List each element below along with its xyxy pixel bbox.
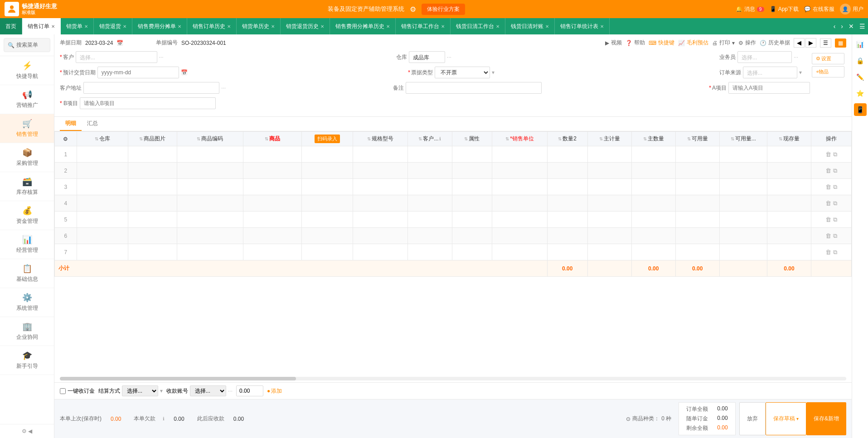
row-1-copy-icon[interactable]: ⧉ <box>833 151 837 158</box>
row-1-customer[interactable] <box>408 146 452 163</box>
row-6-product[interactable] <box>243 228 301 244</box>
delivery-input[interactable] <box>97 67 179 78</box>
row-4-main-unit[interactable] <box>587 195 631 212</box>
row-1-code[interactable] <box>177 146 243 163</box>
row-4-attr[interactable] <box>452 195 492 212</box>
draft-button[interactable]: 保存草稿 ▾ <box>766 402 806 435</box>
next-record-btn[interactable]: ▶ <box>805 38 816 48</box>
row-3-avail[interactable] <box>675 179 719 195</box>
row-7-attr[interactable] <box>452 244 492 260</box>
th-gear[interactable]: ⚙ <box>55 132 77 146</box>
close-return-history[interactable]: ✕ <box>320 24 324 29</box>
row-4-warehouse[interactable] <box>77 195 128 212</box>
sidebar-item-quicknav[interactable]: ⚡ 快捷导航 <box>0 56 54 85</box>
close-sales[interactable]: ✕ <box>84 24 88 29</box>
note-input[interactable] <box>406 82 542 94</box>
row-5-avail[interactable] <box>675 212 719 228</box>
account-dots[interactable]: ··· <box>228 388 233 394</box>
online-service-item[interactable]: 💬 在线客服 <box>804 5 834 13</box>
row-2-code[interactable] <box>177 163 243 179</box>
row-5-attr[interactable] <box>452 212 492 228</box>
payment-select[interactable]: 选择... <box>122 385 158 396</box>
calendar-icon[interactable]: 📅 <box>116 40 123 46</box>
add-button[interactable]: ● 添加 <box>267 387 282 395</box>
row-3-copy-icon[interactable]: ⧉ <box>833 183 837 191</box>
sidebar-item-marketing[interactable]: 📢 营销推广 <box>0 85 54 114</box>
row-1-qty2[interactable] <box>547 146 587 163</box>
toolbar-shortcut[interactable]: ⌨ 快捷键 <box>649 39 674 47</box>
sidebar-item-guide[interactable]: 🎓 新手引导 <box>0 346 54 375</box>
horizontal-scrollbar[interactable] <box>60 377 846 380</box>
settings-button[interactable]: ⚙ 设置 <box>812 53 844 64</box>
row-6-img[interactable] <box>128 228 177 244</box>
row-2-delete-icon[interactable]: 🗑 <box>825 167 831 174</box>
th-warehouse[interactable]: ⇅仓库 <box>77 132 128 146</box>
row-6-warehouse[interactable] <box>77 228 128 244</box>
row-5-product[interactable] <box>243 212 301 228</box>
row-3-attr[interactable] <box>452 179 492 195</box>
row-6-main-qty[interactable] <box>631 228 675 244</box>
th-unit[interactable]: ⇅*销售单位 <box>492 132 547 146</box>
nav-tab-expense-history[interactable]: 销售费用分摊单历史 ✕ <box>330 18 396 34</box>
row-2-product[interactable] <box>243 163 301 179</box>
panel-lock-icon[interactable]: 🔒 <box>854 54 867 67</box>
row-6-qty2[interactable] <box>547 228 587 244</box>
row-3-avail2[interactable] <box>719 179 767 195</box>
toolbar-video[interactable]: ▶ 视频 <box>605 39 622 47</box>
row-7-unit[interactable] <box>492 244 547 260</box>
card-view-btn[interactable]: ▦ <box>835 39 846 48</box>
nav-tab-workbench[interactable]: 销售订单工作台 ✕ <box>396 18 451 34</box>
account-select[interactable]: 选择... <box>190 385 226 396</box>
nav-tab-order-history[interactable]: 销售订单历史 ✕ <box>187 18 237 34</box>
close-stats[interactable]: ✕ <box>600 24 604 29</box>
row-5-spec[interactable] <box>353 212 408 228</box>
nav-tab-sales-order[interactable]: 销售订单 ✕ <box>22 18 61 34</box>
row-1-avail2[interactable] <box>719 146 767 163</box>
message-item[interactable]: 🔔 消息 9 <box>736 5 764 13</box>
nav-tab-return-history[interactable]: 销货退货历史 ✕ <box>281 18 330 34</box>
row-7-copy-icon[interactable]: ⧉ <box>833 249 837 256</box>
nav-menu-btn[interactable]: ☰ <box>857 18 868 34</box>
row-7-spec[interactable] <box>353 244 408 260</box>
row-5-customer[interactable] <box>408 212 452 228</box>
panel-mobile-icon[interactable]: 📱 <box>854 103 867 116</box>
row-6-customer[interactable] <box>408 228 452 244</box>
nav-tab-sales-history[interactable]: 销货单历史 ✕ <box>237 18 281 34</box>
industry-button[interactable]: 体验行业方案 <box>422 4 465 15</box>
row-5-copy-icon[interactable]: ⧉ <box>833 216 837 223</box>
row-7-warehouse[interactable] <box>77 244 128 260</box>
row-7-main-unit[interactable] <box>587 244 631 260</box>
nav-tab-return[interactable]: 销货退货 ✕ <box>94 18 132 34</box>
customer-more[interactable]: ··· <box>159 54 164 60</box>
th-attr[interactable]: ⇅属性 <box>452 132 492 146</box>
nav-tab-expense[interactable]: 销售费用分摊单 ✕ <box>132 18 187 34</box>
order-source-input[interactable]: 选择... <box>743 67 797 78</box>
sidebar-item-operation[interactable]: 📊 经营管理 <box>0 230 54 259</box>
row-3-spec[interactable] <box>353 179 408 195</box>
nav-tab-stats[interactable]: 销售订单统计表 ✕ <box>555 18 610 34</box>
row-5-img[interactable] <box>128 212 177 228</box>
row-4-avail2[interactable] <box>719 195 767 212</box>
th-img[interactable]: ⇅商品图片 <box>128 132 177 146</box>
row-4-copy-icon[interactable]: ⧉ <box>833 200 837 207</box>
sidebar-item-system[interactable]: ⚙️ 系统管理 <box>0 288 54 317</box>
search-menu-button[interactable]: 🔍 搜索菜单 <box>4 38 50 52</box>
close-return[interactable]: ✕ <box>123 24 126 29</box>
th-avail2[interactable]: ⇅可用量... <box>719 132 767 146</box>
row-3-unit[interactable] <box>492 179 547 195</box>
row-6-stock[interactable] <box>767 228 811 244</box>
nav-next-btn[interactable]: › <box>838 18 846 34</box>
row-1-img[interactable] <box>128 146 177 163</box>
calendar2-icon[interactable]: 📅 <box>181 69 188 76</box>
row-2-qty2[interactable] <box>547 163 587 179</box>
row-5-main-qty[interactable] <box>631 212 675 228</box>
discard-button[interactable]: 放弃 <box>739 402 766 435</box>
sidebar-item-purchase[interactable]: 📦 采购管理 <box>0 143 54 172</box>
row-3-customer[interactable] <box>408 179 452 195</box>
row-7-qty2[interactable] <box>547 244 587 260</box>
row-4-main-qty[interactable] <box>631 195 675 212</box>
row-4-unit[interactable] <box>492 195 547 212</box>
close-sales-history[interactable]: ✕ <box>271 24 275 29</box>
row-7-delete-icon[interactable]: 🗑 <box>825 249 831 255</box>
toolbar-operation[interactable]: ⚙ 操作 <box>738 39 756 47</box>
